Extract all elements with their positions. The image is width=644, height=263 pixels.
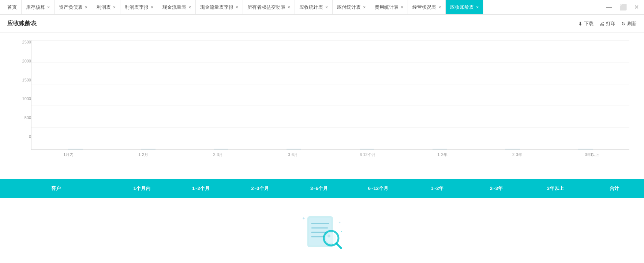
svg-point-7 [326,233,336,243]
y-label-2500: 2500 [15,40,31,44]
main-content: 0 500 1000 1500 2000 2500 [0,33,644,263]
tab-ar-aging[interactable]: 应收账龄表 × [446,0,483,15]
tab-profit-label: 利润表 [97,4,111,11]
x-label-5: 6-12个月 [330,152,405,157]
tab-cashflow-quarterly-label: 现金流量表季报 [200,4,233,11]
th-3plus-year: 3年以上 [526,185,585,192]
svg-line-8 [336,243,341,248]
tab-ap-stats-label: 应付统计表 [337,4,361,11]
window-maximize-button[interactable]: ⬜ [617,2,629,12]
empty-icon: ✦ ✦ • [300,213,344,253]
x-label-4: 3-6月 [255,152,330,157]
th-2-3month: 2~3个月 [231,185,289,192]
bar-3-plus-year [578,149,593,149]
tab-equity-close[interactable]: × [288,5,290,10]
window-close-button[interactable]: ✕ [632,2,641,12]
tab-ar-aging-label: 应收账龄表 [450,4,474,11]
x-label-7: 2-3年 [480,152,554,157]
download-button[interactable]: ⬇ 下载 [578,20,594,27]
tab-equity[interactable]: 所有者权益变动表 × [243,0,295,15]
bar-2-3-year [505,149,520,149]
tab-ar-stats-close[interactable]: × [325,5,328,10]
th-1-2year: 1~2年 [408,185,467,192]
page-header: 应收账龄表 ⬇ 下载 🖨 打印 ↻ 刷新 [0,15,644,33]
x-axis: 1月内 1-2月 2-3月 3-6月 6-12个月 1-2年 2-3年 3年以上 [31,150,629,157]
bar-group-5 [330,149,403,149]
tab-profit-quarterly-close[interactable]: × [151,5,153,10]
bar-1-2-month [141,149,156,149]
svg-text:•: • [341,229,342,233]
bar-2-3-month [214,149,228,149]
x-label-1: 1月内 [31,152,106,157]
window-minimize-button[interactable]: — [604,3,614,12]
refresh-button[interactable]: ↻ 刷新 [621,20,637,27]
tab-expense-stats[interactable]: 费用统计表 × [370,0,408,15]
tab-inventory-label: 库存核算 [26,4,45,11]
tab-ap-stats-close[interactable]: × [363,5,366,10]
tab-operations-close[interactable]: × [438,5,441,10]
print-button[interactable]: 🖨 打印 [599,20,615,27]
download-icon: ⬇ [578,21,583,27]
bar-3-6-month [287,149,301,149]
empty-state: ✦ ✦ • [0,198,644,263]
tab-profit[interactable]: 利润表 × [92,0,120,15]
tab-balance[interactable]: 资产负债表 × [55,0,92,15]
tab-home[interactable]: 首页 [3,0,22,15]
print-label: 打印 [606,20,615,27]
table-header: 客户 1个月内 1~2个月 2~3个月 3~6个月 6~12个月 1~2年 2~… [0,179,644,198]
svg-point-9 [327,235,330,237]
tab-operations[interactable]: 经营状况表 × [408,0,446,15]
tab-cashflow[interactable]: 现金流量表 × [158,0,196,15]
y-label-500: 500 [15,116,31,120]
bar-1-2-year [433,149,447,149]
header-actions: ⬇ 下载 🖨 打印 ↻ 刷新 [578,20,637,27]
th-1month: 1个月内 [112,185,171,192]
refresh-label: 刷新 [627,20,637,27]
svg-text:✦: ✦ [302,216,306,221]
x-label-6: 1-2年 [405,152,480,157]
th-2-3year: 2~3年 [467,185,526,192]
tab-bar-actions: — ⬜ ✕ [604,2,641,12]
tab-profit-quarterly-label: 利润表季报 [125,4,149,11]
x-label-8: 3年以上 [555,152,629,157]
download-label: 下载 [584,20,594,27]
tab-operations-label: 经营状况表 [412,4,436,11]
y-label-1500: 1500 [15,78,31,82]
tab-bar: 首页 库存核算 × 资产负债表 × 利润表 × 利润表季报 × 现金流量表 × … [0,0,644,15]
empty-illustration: ✦ ✦ • [300,213,344,253]
x-label-3: 2-3月 [181,152,255,157]
bar-group-3 [185,149,258,149]
tab-expense-stats-close[interactable]: × [401,5,403,10]
bar-1-month [68,149,83,149]
tab-balance-label: 资产负债表 [59,4,83,11]
tab-balance-close[interactable]: × [85,5,87,10]
tab-ar-aging-close[interactable]: × [476,5,479,10]
tab-cashflow-close[interactable]: × [188,5,191,10]
bar-group-2 [112,149,184,149]
bar-group-4 [258,149,330,149]
chart-area: 0 500 1000 1500 2000 2500 [0,33,644,179]
x-label-2: 1-2月 [106,152,180,157]
tab-ap-stats[interactable]: 应付统计表 × [333,0,370,15]
tab-equity-label: 所有者权益变动表 [247,4,285,11]
th-1-2month: 1~2个月 [171,185,230,192]
y-axis: 0 500 1000 1500 2000 2500 [15,40,31,150]
home-label: 首页 [7,4,17,11]
tab-cashflow-quarterly[interactable]: 现金流量表季报 × [196,0,243,15]
print-icon: 🖨 [599,21,604,27]
tab-ar-stats[interactable]: 应收统计表 × [295,0,333,15]
y-label-1000: 1000 [15,97,31,101]
page-title: 应收账龄表 [7,20,37,27]
th-6-12month: 6~12个月 [349,185,408,192]
tab-profit-quarterly[interactable]: 利润表季报 × [120,0,158,15]
tab-profit-close[interactable]: × [113,5,116,10]
tab-inventory[interactable]: 库存核算 × [22,0,55,15]
bars-container [31,40,629,149]
tab-cashflow-label: 现金流量表 [162,4,186,11]
bar-6-12-month [360,149,374,149]
tab-inventory-close[interactable]: × [47,5,50,10]
y-label-0: 0 [15,135,31,139]
th-total: 合计 [585,185,644,192]
tab-cashflow-quarterly-close[interactable]: × [236,5,238,10]
bar-group-6 [403,149,476,149]
